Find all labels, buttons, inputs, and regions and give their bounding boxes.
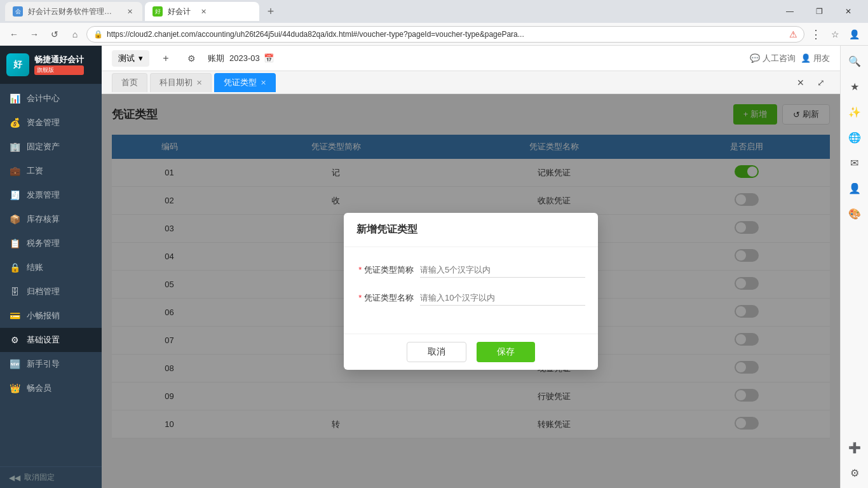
- right-panel-globe-icon[interactable]: 🌐: [844, 127, 865, 147]
- tab-subjects-close[interactable]: ✕: [196, 79, 202, 87]
- tab-home-label: 首页: [121, 77, 138, 88]
- tab1-title: 好会计云财务软件管理系统_会计: [28, 6, 117, 17]
- tab1-close-btn[interactable]: ✕: [125, 6, 135, 17]
- sidebar-item-guide[interactable]: 🆕 新手引导: [0, 352, 102, 376]
- address-bar[interactable]: 🔒 https://cloud2.chanjet.com/accounting/…: [86, 26, 804, 43]
- tab-subjects[interactable]: 科目期初 ✕: [150, 73, 212, 92]
- modal-box: 新增凭证类型 凭证类型简称 凭证类型名称 取消: [344, 213, 598, 370]
- sidebar-item-invoice[interactable]: 🧾 发票管理: [0, 183, 102, 207]
- logo-info: 畅捷通好会计 旗舰版: [34, 55, 84, 76]
- sidebar-item-capital[interactable]: 💰 资金管理: [0, 111, 102, 135]
- abbr-input[interactable]: [420, 262, 585, 278]
- sidebar-label-dashboard: 会计中心: [27, 93, 60, 104]
- modal-body: 凭证类型简称 凭证类型名称: [344, 247, 598, 334]
- right-panel-user-icon[interactable]: 👤: [844, 178, 865, 198]
- user-info-btn[interactable]: 👤 用友: [801, 53, 830, 64]
- sidebar-item-member[interactable]: 👑 畅会员: [0, 376, 102, 400]
- tab2-title: 好会计: [168, 6, 191, 17]
- extensions-btn[interactable]: ⋮: [807, 25, 825, 43]
- tab1-favicon: 会: [13, 6, 23, 17]
- inventory-icon: 📦: [9, 214, 20, 225]
- tab-minimize-icon[interactable]: ✕: [792, 74, 810, 92]
- right-panel-mail-icon[interactable]: ✉: [844, 152, 865, 173]
- sidebar-label-expense: 小畅报销: [27, 310, 60, 322]
- sidebar-item-settings[interactable]: ⚙ 基础设置: [0, 328, 102, 352]
- name-label: 凭证类型名称: [356, 292, 414, 304]
- sidebar-item-tax[interactable]: 📋 税务管理: [0, 231, 102, 255]
- add-workspace-btn[interactable]: +: [157, 50, 175, 67]
- window-controls: — ❐ ✕: [775, 1, 863, 22]
- save-btn[interactable]: 保存: [477, 342, 535, 362]
- sidebar-label-guide: 新手引导: [27, 358, 60, 370]
- sidebar-item-inventory[interactable]: 📦 库存核算: [0, 207, 102, 231]
- consult-label: 人工咨询: [763, 53, 796, 64]
- right-panel-add-icon[interactable]: ➕: [844, 437, 865, 458]
- main-content: 测试 ▾ + ⚙ 账期 2023-03 📅 💬 人工咨询 👤 用友: [102, 46, 840, 488]
- workspace-settings-icon[interactable]: ⚙: [182, 50, 200, 67]
- period-label: 账期: [208, 53, 224, 64]
- sidebar-item-dashboard[interactable]: 📊 会计中心: [0, 86, 102, 111]
- user-name: 用友: [813, 53, 830, 64]
- logo-badge: 旗舰版: [34, 65, 84, 75]
- consult-btn[interactable]: 💬 人工咨询: [750, 53, 796, 64]
- logo-icon: 好: [6, 53, 29, 76]
- sidebar-item-salary[interactable]: 💼 工资: [0, 159, 102, 183]
- browser-tab-2[interactable]: 好 好会计 ✕: [145, 2, 259, 21]
- workspace-selector[interactable]: 测试 ▾: [112, 50, 149, 67]
- bookmark-btn[interactable]: ☆: [826, 25, 844, 43]
- minimize-btn[interactable]: —: [775, 1, 804, 22]
- right-panel-search-icon[interactable]: 🔍: [844, 51, 865, 71]
- consult-icon: 💬: [750, 53, 760, 63]
- sidebar-item-expense[interactable]: 💳 小畅报销: [0, 304, 102, 328]
- tab-voucher-close[interactable]: ✕: [261, 79, 266, 87]
- reload-btn[interactable]: ↺: [46, 25, 64, 43]
- browser-action-icons: ⋮ ☆ 👤: [807, 25, 863, 43]
- sidebar-item-archive[interactable]: 🗄 归档管理: [0, 280, 102, 304]
- expense-icon: 💳: [9, 310, 20, 322]
- close-btn[interactable]: ✕: [834, 1, 863, 22]
- new-tab-btn[interactable]: +: [262, 3, 280, 20]
- profile-btn[interactable]: 👤: [845, 25, 863, 43]
- fixed-assets-icon: 🏢: [9, 141, 20, 152]
- member-icon: 👑: [9, 383, 20, 394]
- capital-icon: 💰: [9, 117, 20, 128]
- sidebar-label-capital: 资金管理: [27, 117, 60, 128]
- period-value: 2023-03: [229, 53, 260, 63]
- sidebar-label-closing: 结账: [27, 262, 43, 273]
- sidebar-item-closing[interactable]: 🔒 结账: [0, 255, 102, 280]
- modal-header: 新增凭证类型: [344, 213, 598, 247]
- lock-icon: 🔒: [93, 30, 103, 39]
- sidebar-label-settings: 基础设置: [27, 334, 60, 346]
- sidebar-item-fixed-assets[interactable]: 🏢 固定资产: [0, 135, 102, 159]
- tab-resize-btns: ✕ ⤢: [792, 74, 830, 92]
- restore-btn[interactable]: ❐: [804, 1, 834, 22]
- calendar-icon: 📅: [264, 53, 274, 63]
- browser-tab-1[interactable]: 会 好会计云财务软件管理系统_会计 ✕: [5, 2, 142, 21]
- sidebar-items-list: 📊 会计中心 💰 资金管理 🏢 固定资产 💼 工资 🧾 发票管理 📦 库: [0, 84, 102, 466]
- right-panel-star-icon[interactable]: ★: [844, 76, 865, 97]
- tab2-close-btn[interactable]: ✕: [198, 6, 208, 17]
- user-avatar-icon: 👤: [801, 53, 811, 63]
- right-panel-magic-icon[interactable]: ✨: [844, 102, 865, 122]
- shield-icon: ⚠: [789, 29, 797, 39]
- sidebar-label-archive: 归档管理: [27, 286, 60, 297]
- modal-overlay: 新增凭证类型 凭证类型简称 凭证类型名称 取消: [102, 94, 840, 488]
- back-btn[interactable]: ←: [5, 25, 23, 43]
- tab-voucher-type[interactable]: 凭证类型 ✕: [214, 73, 276, 92]
- sidebar-collapse-btn[interactable]: ◀◀ 取消固定: [0, 466, 102, 488]
- tab-home[interactable]: 首页: [112, 73, 147, 92]
- right-panel-settings-icon[interactable]: ⚙: [844, 463, 865, 483]
- home-btn[interactable]: ⌂: [66, 25, 84, 43]
- workspace-name: 测试: [118, 53, 135, 64]
- collapse-label: 取消固定: [24, 472, 55, 483]
- abbr-label: 凭证类型简称: [356, 264, 414, 276]
- header-actions: 💬 人工咨询 👤 用友: [750, 53, 830, 64]
- tab-fullscreen-icon[interactable]: ⤢: [812, 74, 830, 92]
- name-input[interactable]: [420, 290, 585, 306]
- modal-footer: 取消 保存: [344, 334, 598, 370]
- tab-subjects-label: 科目期初: [159, 77, 193, 88]
- right-panel-color-icon[interactable]: 🎨: [844, 203, 865, 224]
- forward-btn[interactable]: →: [25, 25, 43, 43]
- cancel-btn[interactable]: 取消: [407, 342, 466, 362]
- closing-icon: 🔒: [9, 262, 20, 273]
